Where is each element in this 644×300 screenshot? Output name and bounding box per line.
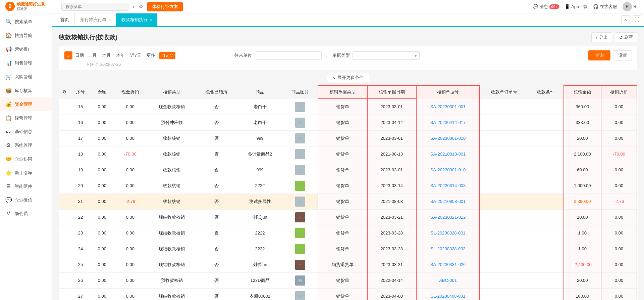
cell-receipt-order-no — [480, 209, 528, 225]
settings-filter-btn[interactable]: 设置 — [613, 50, 632, 60]
cell-verify-bill-no: SL-20230328-002 — [416, 241, 480, 257]
system-icon: ⚙ — [5, 142, 11, 148]
online-service-btn[interactable]: 🎧 在线客服 — [593, 4, 617, 10]
expand-conditions-btn[interactable]: ∨ 展开更多条件 — [327, 73, 369, 82]
bill-no-link[interactable]: SA-20210813-001 — [430, 152, 466, 157]
sidebar-item-enterprise[interactable]: 🤝 企业协同 — [0, 152, 52, 166]
cell-receipt-condition — [528, 272, 564, 288]
bill-no-link[interactable]: SA-20230414-017 — [430, 120, 466, 125]
tab-receipt-close-icon[interactable]: × — [150, 18, 152, 22]
cell-goods: 测试jun — [237, 209, 283, 225]
cell-settings — [59, 225, 70, 241]
sidebar-item-purchase[interactable]: 🛒 采购管理 — [0, 70, 52, 84]
bill-no-link[interactable]: SA-20230321-012 — [430, 215, 466, 220]
bill-no-link[interactable]: ABC-001 — [439, 278, 457, 283]
cell-verify-discount: -2.76 — [601, 194, 637, 209]
sidebar-item-vip[interactable]: V 畅会员 — [0, 207, 52, 220]
cell-no: 24 — [70, 241, 91, 257]
sidebar-item-sales[interactable]: 📊 销售管理 — [0, 56, 52, 70]
bill-no-link[interactable]: SL-20230328-001 — [431, 230, 466, 235]
cell-verify-type: 现结收款核销 — [148, 209, 196, 225]
bill-no-link[interactable]: SA-20230301-010 — [430, 167, 466, 172]
date-this-month-btn[interactable]: 本月 — [101, 52, 112, 59]
query-btn[interactable]: 查询 — [588, 50, 610, 60]
cell-receipt-condition — [528, 288, 564, 300]
sidebar-item-inventory[interactable]: 📦 库存核算 — [0, 84, 52, 97]
col-no: 序号 — [70, 85, 91, 99]
cell-no: 16 — [70, 115, 91, 130]
sidebar-item-enterprise-wx[interactable]: 💬 企业微信 — [0, 193, 52, 207]
tab-prepay-close-icon[interactable]: × — [108, 18, 110, 22]
bill-no-link[interactable]: SA-20230301-010 — [430, 136, 466, 141]
goods-image: 🏢 — [295, 275, 305, 286]
cell-receipt-order-no — [480, 178, 528, 194]
industry-btn[interactable]: 体验行业方案 — [147, 2, 183, 11]
date-7days-btn[interactable]: 近7天 — [129, 52, 143, 59]
cell-include-settled: 否 — [196, 209, 237, 225]
sidebar-item-search[interactable]: 🔍 搜索菜单 — [0, 15, 52, 29]
user-btn[interactable]: R Rit — [623, 2, 639, 11]
bill-no-link[interactable]: SA-20230301-001 — [430, 104, 466, 109]
cell-include-settled: 否 — [196, 115, 237, 130]
user-label: Rit — [633, 4, 639, 9]
cell-goods-img: ▪ — [282, 225, 318, 241]
date-more-btn[interactable]: 更多 — [145, 52, 157, 59]
search-input[interactable] — [61, 3, 128, 11]
export-btn[interactable]: ↑ 导出 — [591, 32, 612, 42]
tab-prepay[interactable]: 预付冲应付单 × — [75, 13, 116, 26]
sidebar-item-marketing[interactable]: 📢 营销推广 — [0, 42, 52, 56]
tab-close-btn[interactable]: × — [621, 15, 630, 24]
sidebar-item-newbie[interactable]: 🌟 新手引导 — [0, 166, 52, 180]
bill-no-link[interactable]: SL-20230408-001 — [431, 294, 466, 299]
date-custom-btn[interactable]: 自定义 — [159, 52, 175, 59]
sidebar-item-basic-info[interactable]: 🗂 基础信息 — [0, 125, 52, 138]
cell-verify-bill-type: 销货单 — [318, 178, 367, 194]
bill-no-link[interactable]: SA-20230331-026 — [430, 262, 466, 267]
tab-receipt[interactable]: 收款核销执行 × — [116, 13, 157, 26]
refresh-btn[interactable]: ↺ 刷新 — [615, 32, 637, 42]
tab-controls: × ⛶ — [621, 13, 644, 26]
cell-verify-bill-type: 销货单 — [318, 115, 367, 130]
filter-expand-btn[interactable]: » — [64, 51, 72, 59]
sidebar-item-business[interactable]: 📋 经营管理 — [0, 111, 52, 125]
bill-no-link[interactable]: SA-20230314-008 — [430, 183, 466, 188]
date-range-label: 不限 至 2023-07-26 — [86, 62, 632, 68]
date-this-year-btn[interactable]: 本年 — [115, 52, 126, 59]
message-btn[interactable]: 💬 消息 99+ — [533, 4, 559, 10]
service-icon: 🎧 — [593, 4, 598, 9]
cell-verify-bill-no: ABC-001 — [416, 272, 480, 288]
goods-image: ▪ — [295, 228, 305, 238]
finance-icon: 💰 — [5, 101, 11, 108]
sidebar-item-finance[interactable]: 💰 资金管理 — [0, 97, 52, 111]
page-title: 收款核销执行(按收款) — [59, 33, 117, 41]
date-last-month-btn[interactable]: 上月 — [87, 52, 98, 59]
col-goods-img: 商品图片 — [282, 85, 318, 99]
cell-include-settled: 否 — [196, 130, 237, 146]
bill-type-label: 单据类型 — [332, 52, 350, 58]
cell-verify-amount: 1.00 — [564, 225, 601, 241]
cell-balance: 0.00 — [91, 257, 113, 272]
app-download-btn[interactable]: 📱 App下载 — [565, 4, 588, 10]
cell-verify-bill-no: SL-20230328-001 — [416, 225, 480, 241]
tab-expand-btn[interactable]: ⛶ — [633, 15, 641, 24]
col-include-settled: 包含已结清 — [196, 85, 237, 99]
cell-balance: 0.00 — [91, 225, 113, 241]
bill-no-link[interactable]: SL-20230328-002 — [431, 246, 466, 251]
filter-area: » 日期 上月 本月 本年 近7天 更多 自定义 往来单位 … — [59, 46, 637, 70]
cell-goods-img: ▪ — [282, 146, 318, 162]
counterpart-input[interactable] — [255, 51, 322, 60]
online-service-label: 在线客服 — [600, 4, 617, 10]
cell-goods: 2222 — [237, 241, 283, 257]
table-row: 21 0.00 -2.76 收款核销 否 测试多属性 ▪ 销货单 2021-08… — [59, 194, 637, 209]
gear-icon[interactable]: ⚙ — [139, 3, 143, 10]
sidebar-item-smart-hw[interactable]: 🖥 智能硬件 — [0, 180, 52, 193]
cell-settings — [59, 257, 70, 272]
bill-type-select[interactable] — [353, 51, 420, 60]
bill-no-link[interactable]: SA-20210808-001 — [430, 199, 466, 204]
cell-verify-type: 收款核销 — [148, 194, 196, 209]
sidebar-item-system[interactable]: ⚙ 系统管理 — [0, 138, 52, 152]
sidebar-item-quick-nav[interactable]: 🏠 快捷导航 — [0, 29, 52, 42]
col-settings[interactable]: ⚙ — [59, 85, 70, 99]
tab-home[interactable]: 首页 — [55, 13, 75, 26]
cell-verify-discount: 0.00 — [601, 257, 637, 272]
